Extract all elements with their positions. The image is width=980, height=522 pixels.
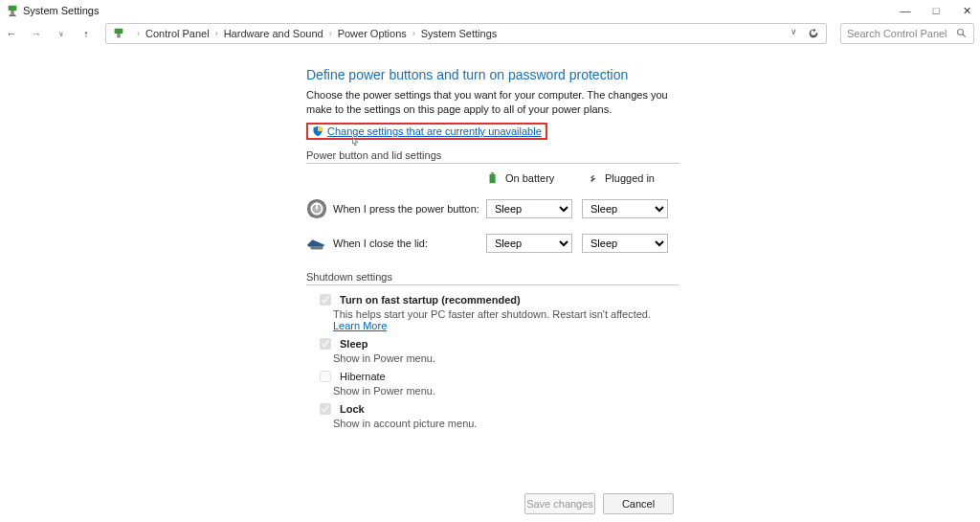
close-lid-plugged-select[interactable]: Sleep: [582, 234, 668, 253]
content-area: Define power buttons and turn on passwor…: [0, 54, 980, 486]
chevron-right-icon: ›: [215, 29, 218, 38]
lock-item: Lock Show in account picture menu.: [316, 400, 679, 429]
bottom-button-bar: Save changes Cancel: [0, 493, 980, 514]
battery-icon: [486, 171, 500, 185]
close-lid-battery-select[interactable]: Sleep: [486, 234, 572, 253]
hibernate-item: Hibernate Show in Power menu.: [316, 368, 679, 397]
search-placeholder: Search Control Panel: [847, 28, 956, 39]
power-button-icon: [306, 198, 327, 219]
search-box[interactable]: Search Control Panel: [840, 23, 974, 44]
cursor-pointer-icon: [348, 136, 360, 149]
refresh-button[interactable]: [807, 27, 820, 40]
lock-label: Lock: [340, 403, 365, 415]
sleep-item: Sleep Show in Power menu.: [316, 335, 679, 364]
svg-rect-3: [115, 29, 123, 34]
crumb-control-panel[interactable]: Control Panel: [145, 28, 210, 39]
window-controls: — □ ✕: [900, 5, 974, 17]
recent-locations[interactable]: ∨: [56, 30, 67, 38]
svg-rect-7: [490, 174, 496, 184]
crumb-hardware-sound[interactable]: Hardware and Sound: [224, 28, 323, 39]
app-icon: [6, 4, 19, 17]
on-battery-column: On battery: [486, 171, 580, 185]
close-lid-label: When I close the lid:: [333, 238, 486, 249]
svg-point-5: [958, 30, 964, 35]
chevron-right-icon: ›: [329, 29, 332, 38]
control-panel-icon: [112, 27, 125, 40]
chevron-right-icon: ›: [137, 29, 140, 38]
page-description: Choose the power settings that you want …: [306, 88, 679, 117]
page-heading: Define power buttons and turn on passwor…: [306, 67, 679, 82]
plugged-in-column: Plugged in: [586, 171, 679, 185]
search-icon: [956, 28, 968, 39]
close-lid-icon: [306, 233, 327, 254]
fast-startup-item: Turn on fast startup (recommended) This …: [316, 291, 679, 331]
uac-shield-icon: [312, 125, 323, 137]
sleep-label: Sleep: [340, 338, 368, 350]
back-button[interactable]: ←: [6, 28, 17, 39]
hibernate-desc: Show in Power menu.: [333, 385, 679, 397]
fast-startup-label: Turn on fast startup (recommended): [340, 294, 521, 306]
sleep-checkbox[interactable]: [320, 338, 331, 350]
power-button-section-caption: Power button and lid settings: [306, 149, 679, 164]
close-lid-row: When I close the lid: Sleep Sleep: [306, 233, 679, 254]
shutdown-settings-list: Turn on fast startup (recommended) This …: [306, 291, 679, 429]
breadcrumb[interactable]: › Control Panel › Hardware and Sound › P…: [105, 23, 827, 44]
addr-dropdown[interactable]: ∨: [791, 27, 797, 40]
lock-checkbox[interactable]: [320, 403, 331, 415]
up-button[interactable]: ↑: [80, 28, 92, 39]
change-settings-highlight: Change settings that are currently unava…: [306, 123, 547, 140]
fast-startup-desc: This helps start your PC faster after sh…: [333, 308, 651, 320]
svg-rect-2: [10, 14, 16, 16]
crumb-system-settings[interactable]: System Settings: [421, 28, 497, 39]
svg-rect-1: [11, 11, 14, 14]
power-button-battery-select[interactable]: Sleep: [486, 199, 572, 218]
svg-rect-4: [117, 34, 121, 37]
forward-button[interactable]: →: [31, 28, 42, 39]
crumb-power-options[interactable]: Power Options: [338, 28, 407, 39]
address-bar: ← → ∨ ↑ › Control Panel › Hardware and S…: [6, 21, 974, 46]
lock-desc: Show in account picture menu.: [333, 418, 679, 429]
svg-rect-8: [491, 172, 494, 174]
svg-rect-0: [9, 6, 17, 11]
power-button-row: When I press the power button: Sleep Sle…: [306, 198, 679, 219]
plug-icon: [586, 171, 599, 185]
hibernate-label: Hibernate: [340, 371, 386, 382]
titlebar: System Settings — □ ✕: [0, 0, 980, 21]
close-button[interactable]: ✕: [961, 5, 972, 17]
window-title: System Settings: [23, 5, 99, 16]
cancel-button[interactable]: Cancel: [603, 493, 674, 514]
save-changes-button[interactable]: Save changes: [524, 493, 595, 514]
shutdown-section-caption: Shutdown settings: [306, 271, 679, 285]
chevron-right-icon: ›: [412, 29, 415, 38]
learn-more-link[interactable]: Learn More: [333, 320, 387, 331]
power-button-plugged-select[interactable]: Sleep: [582, 199, 668, 218]
column-headers: On battery Plugged in: [306, 171, 679, 185]
svg-line-6: [963, 34, 966, 37]
maximize-button[interactable]: □: [930, 5, 942, 17]
sleep-desc: Show in Power menu.: [333, 352, 679, 364]
power-button-label: When I press the power button:: [333, 203, 486, 215]
fast-startup-checkbox[interactable]: [320, 294, 331, 306]
minimize-button[interactable]: —: [900, 5, 911, 17]
svg-rect-12: [311, 247, 323, 250]
hibernate-checkbox[interactable]: [320, 371, 331, 382]
